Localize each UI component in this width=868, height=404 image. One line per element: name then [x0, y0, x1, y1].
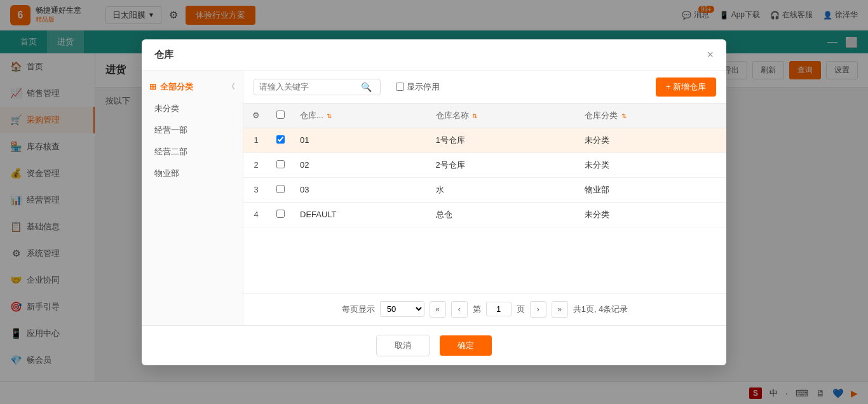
row-name: 水 [428, 177, 578, 202]
cancel-button[interactable]: 取消 [376, 335, 430, 356]
row-category: 未分类 [577, 152, 726, 177]
modal-overlay: 仓库 × ⊞ 全部分类 《 未分类经营一部经营二部物业部 [0, 0, 868, 404]
row-id: DEFAULT [292, 202, 428, 227]
row-id: 03 [292, 177, 428, 202]
col-category-label: 仓库分类 [585, 111, 618, 120]
warehouse-table: ⚙ 仓库... ⇅ 仓库名称 ⇅ [243, 104, 726, 227]
sort-icon-code: ⇅ [327, 112, 332, 119]
row-settings[interactable]: 4 [243, 202, 269, 227]
per-page-select[interactable]: 50 20 100 [380, 301, 424, 317]
sort-icon-category: ⇅ [621, 112, 627, 119]
last-page-btn[interactable]: » [552, 301, 568, 318]
row-number: 3 [254, 185, 258, 194]
category-item-0[interactable]: 未分类 [142, 98, 243, 119]
grid-icon: ⊞ [149, 82, 156, 91]
col-code-label: 仓库... [300, 111, 323, 120]
table-wrap: ⚙ 仓库... ⇅ 仓库名称 ⇅ [243, 104, 726, 293]
row-checkbox[interactable] [276, 185, 285, 193]
row-id: 01 [292, 128, 428, 152]
row-checkbox[interactable] [276, 160, 285, 168]
right-panel: 🔍 显示停用 + 新增仓库 ⚙ [243, 71, 726, 325]
table-header-row: ⚙ 仓库... ⇅ 仓库名称 ⇅ [243, 104, 726, 128]
category-item-1[interactable]: 经营一部 [142, 119, 243, 141]
col-name-label: 仓库名称 [436, 111, 469, 120]
row-number: 1 [254, 135, 258, 145]
modal-header: 仓库 × [142, 39, 726, 71]
row-number: 4 [254, 210, 258, 219]
row-settings[interactable]: 2 [243, 152, 269, 177]
row-name: 2号仓库 [428, 152, 578, 177]
row-checkbox-cell [269, 177, 292, 202]
total-label: 共1页, 4条记录 [573, 304, 628, 315]
confirm-button[interactable]: 确定 [440, 335, 492, 356]
col-checkbox [269, 104, 292, 128]
left-panel: ⊞ 全部分类 《 未分类经营一部经营二部物业部 [142, 71, 243, 325]
table-row[interactable]: 1 01 1号仓库 未分类 [243, 128, 726, 152]
right-toolbar: 🔍 显示停用 + 新增仓库 [243, 71, 726, 104]
col-name: 仓库名称 ⇅ [428, 104, 578, 128]
pagination: 每页显示 50 20 100 « ‹ 第 页 › » 共1页, 4条记录 [243, 293, 726, 325]
first-page-btn[interactable]: « [430, 301, 446, 318]
search-box: 🔍 [254, 79, 381, 95]
row-id: 02 [292, 152, 428, 177]
all-categories[interactable]: ⊞ 全部分类 [149, 81, 193, 93]
modal-title: 仓库 [154, 49, 173, 61]
collapse-icon[interactable]: 《 [227, 81, 235, 92]
row-checkbox[interactable] [276, 210, 285, 218]
col-category: 仓库分类 ⇅ [577, 104, 726, 128]
row-settings[interactable]: 3 [243, 177, 269, 202]
page-label: 第 [473, 304, 481, 315]
modal-footer: 取消 确定 [142, 325, 726, 365]
select-all-checkbox[interactable] [276, 111, 285, 119]
col-code: 仓库... ⇅ [292, 104, 428, 128]
page-input[interactable] [486, 302, 512, 316]
prev-page-btn[interactable]: ‹ [451, 301, 468, 318]
row-checkbox[interactable] [276, 135, 285, 144]
row-name: 总仓 [428, 202, 578, 227]
table-row[interactable]: 2 02 2号仓库 未分类 [243, 152, 726, 177]
row-checkbox-cell [269, 128, 292, 152]
row-checkbox-cell [269, 152, 292, 177]
search-input[interactable] [259, 82, 361, 91]
row-category: 物业部 [577, 177, 726, 202]
show-disabled-checkbox[interactable] [396, 83, 404, 91]
show-disabled-label[interactable]: 显示停用 [396, 81, 440, 93]
col-settings: ⚙ [243, 104, 269, 128]
sort-icon-name: ⇅ [472, 112, 477, 119]
next-page-btn[interactable]: › [530, 301, 546, 318]
category-item-3[interactable]: 物业部 [142, 163, 243, 184]
row-settings[interactable]: 1 [243, 128, 269, 152]
page-suffix: 页 [517, 304, 525, 315]
row-number: 2 [254, 160, 258, 170]
search-icon[interactable]: 🔍 [361, 82, 372, 92]
table-row[interactable]: 4 DEFAULT 总仓 未分类 [243, 202, 726, 227]
row-category: 未分类 [577, 128, 726, 152]
all-cat-label: 全部分类 [160, 81, 193, 93]
row-name: 1号仓库 [428, 128, 578, 152]
category-item-2[interactable]: 经营二部 [142, 141, 243, 163]
row-checkbox-cell [269, 202, 292, 227]
close-button[interactable]: × [707, 48, 714, 62]
per-page-label: 每页显示 [342, 304, 375, 315]
modal-body: ⊞ 全部分类 《 未分类经营一部经营二部物业部 🔍 [142, 71, 726, 325]
left-panel-header: ⊞ 全部分类 《 [142, 76, 243, 98]
row-category: 未分类 [577, 202, 726, 227]
warehouse-modal: 仓库 × ⊞ 全部分类 《 未分类经营一部经营二部物业部 [142, 39, 726, 365]
new-warehouse-btn[interactable]: + 新增仓库 [656, 77, 716, 97]
table-row[interactable]: 3 03 水 物业部 [243, 177, 726, 202]
